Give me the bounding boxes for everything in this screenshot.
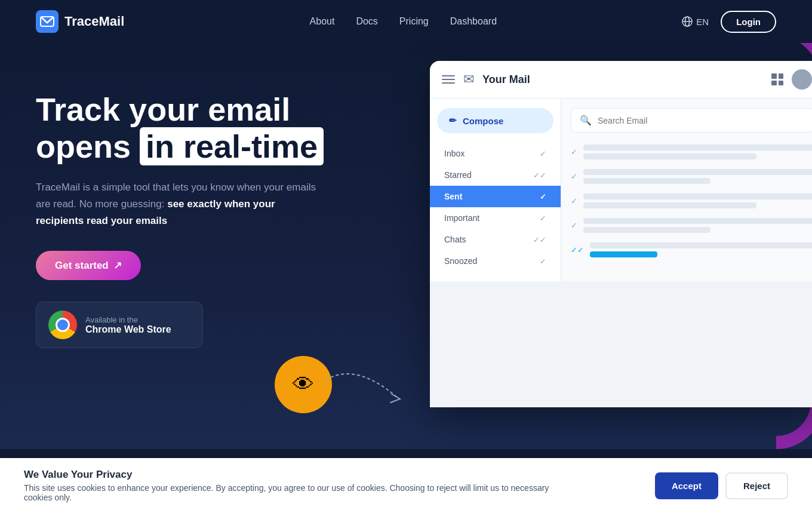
arrow-icon: ↗ xyxy=(113,259,122,272)
brand-logo[interactable]: TraceMail xyxy=(36,10,124,33)
arrow-svg xyxy=(320,368,416,416)
folder-inbox[interactable]: Inbox ✓ xyxy=(430,143,561,164)
nav-pricing[interactable]: Pricing xyxy=(399,16,429,27)
folder-starred[interactable]: Starred ✓✓ xyxy=(430,164,561,186)
compose-button[interactable]: ✏ Compose xyxy=(437,108,553,133)
search-icon: 🔍 xyxy=(580,115,592,126)
email-line-bar xyxy=(590,242,812,248)
email-mockup: ✉ Your Mail ✏ Compose Inbox ✓ Starred ✓✓ xyxy=(430,61,812,407)
check-icon: ✓ xyxy=(571,221,577,230)
nav-docs[interactable]: Docs xyxy=(356,16,377,27)
email-line-bar xyxy=(583,227,710,233)
check-icon: ✓ xyxy=(571,196,577,205)
double-check-icon: ✓✓ xyxy=(571,245,584,254)
email-row: ✓✓ xyxy=(571,240,812,260)
mockup-title: Your Mail xyxy=(482,73,763,86)
mockup-header: ✉ Your Mail xyxy=(430,61,812,99)
mockup-content: 🔍 ✓ ✓ xyxy=(561,99,812,281)
mockup-sidebar: ✏ Compose Inbox ✓ Starred ✓✓ Sent ✓ Impo… xyxy=(430,99,561,281)
nav-about[interactable]: About xyxy=(310,16,335,27)
email-row: ✓ xyxy=(571,216,812,235)
hamburger-icon[interactable] xyxy=(442,75,455,84)
brand-name: TraceMail xyxy=(64,14,124,29)
hero-description: TraceMail is a simple tool that lets you… xyxy=(36,179,322,229)
login-button[interactable]: Login xyxy=(721,11,776,33)
email-line-bar xyxy=(583,193,812,199)
email-row: ✓ xyxy=(571,167,812,186)
email-line-bar xyxy=(583,145,812,150)
email-row: ✓ xyxy=(571,191,812,211)
folder-important[interactable]: Important ✓ xyxy=(430,207,561,229)
email-line-bar xyxy=(583,218,812,224)
hero-title: Track your email opens in real-time xyxy=(36,91,346,165)
email-line-bar xyxy=(583,169,812,175)
globe-icon xyxy=(682,16,693,27)
chrome-badge[interactable]: Available in the Chrome Web Store xyxy=(36,302,203,348)
email-line-bar xyxy=(590,251,657,257)
email-line-bar xyxy=(583,202,756,208)
pencil-icon: ✏ xyxy=(449,115,457,126)
mockup-body: ✏ Compose Inbox ✓ Starred ✓✓ Sent ✓ Impo… xyxy=(430,99,812,281)
email-row: ✓ xyxy=(571,142,812,162)
get-started-button[interactable]: Get started ↗ xyxy=(36,251,141,280)
mail-icon: ✉ xyxy=(463,72,474,87)
chrome-icon xyxy=(48,311,77,339)
language-button[interactable]: EN xyxy=(682,16,709,27)
search-input[interactable] xyxy=(598,116,805,125)
logo-icon xyxy=(36,10,59,33)
nav-links: About Docs Pricing Dashboard xyxy=(310,16,497,27)
user-avatar[interactable] xyxy=(792,69,812,90)
navbar-right: EN Login xyxy=(682,11,776,33)
lang-label: EN xyxy=(696,17,709,27)
search-bar[interactable]: 🔍 xyxy=(571,108,812,133)
chrome-badge-text: Available in the Chrome Web Store xyxy=(85,315,171,335)
hero-section: Track your email opens in real-time Trac… xyxy=(0,43,812,449)
grid-view-icon[interactable] xyxy=(771,73,783,85)
check-icon: ✓ xyxy=(571,172,577,181)
folder-chats[interactable]: Chats ✓✓ xyxy=(430,229,561,250)
email-line-bar xyxy=(583,178,710,184)
eye-decoration: 👁 xyxy=(275,356,332,413)
navbar: TraceMail About Docs Pricing Dashboard E… xyxy=(0,0,812,43)
folder-sent[interactable]: Sent ✓ xyxy=(430,186,561,207)
email-list: ✓ ✓ ✓ xyxy=(571,142,812,260)
folder-snoozed[interactable]: Snoozed ✓ xyxy=(430,250,561,272)
email-line-bar xyxy=(583,153,756,159)
hero-content: Track your email opens in real-time Trac… xyxy=(36,79,346,348)
nav-dashboard[interactable]: Dashboard xyxy=(450,16,497,27)
check-icon: ✓ xyxy=(571,148,577,156)
